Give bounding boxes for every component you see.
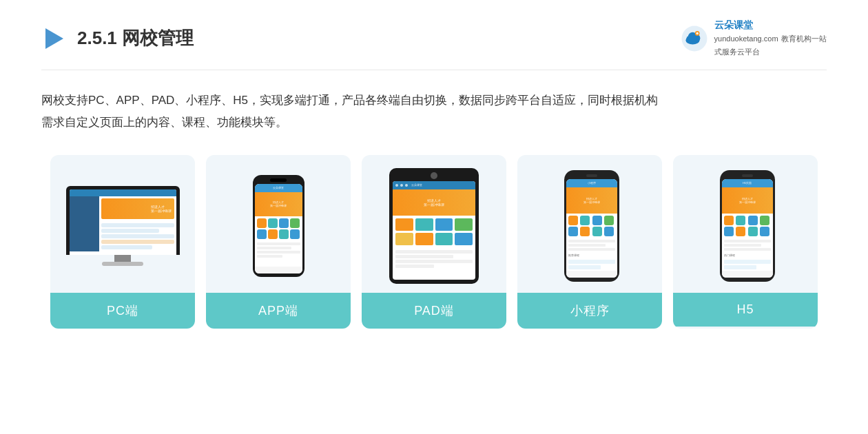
description-block: 网校支持PC、APP、PAD、小程序、H5，实现多端打通，产品各终端自由切换，数… bbox=[41, 70, 827, 148]
card-miniprogram-label: 小程序 bbox=[517, 293, 662, 329]
card-h5-image: H5页面 招进人才第一届冲锋课 bbox=[673, 155, 818, 293]
card-pc: 招进人才第一届冲锋课 bbox=[50, 155, 195, 329]
card-app-label: APP端 bbox=[206, 293, 351, 329]
card-pc-label: PC端 bbox=[50, 293, 195, 329]
card-app: 云朵课堂 招进人才第一届冲锋课 bbox=[206, 155, 351, 329]
app-phone-mockup: 云朵课堂 招进人才第一届冲锋课 bbox=[253, 175, 304, 277]
header: 2.5.1 网校管理 云朵课堂 yunduoketang.com 教育机构一站 bbox=[41, 0, 827, 70]
card-app-image: 云朵课堂 招进人才第一届冲锋课 bbox=[206, 155, 351, 293]
platform-cards: 招进人才第一届冲锋课 bbox=[41, 155, 827, 329]
miniprogram-phone-mockup: 小程序 招进人才第一届冲锋课 bbox=[564, 170, 616, 282]
card-h5: H5页面 招进人才第一届冲锋课 bbox=[673, 155, 818, 329]
card-h5-label: H5 bbox=[673, 293, 818, 327]
card-pad: 云朵课堂 招进人才第一届冲锋课 bbox=[362, 155, 506, 329]
svg-marker-0 bbox=[45, 28, 63, 49]
page-title: 2.5.1 网校管理 bbox=[77, 26, 194, 50]
card-pc-image: 招进人才第一届冲锋课 bbox=[50, 155, 195, 293]
svg-point-7 bbox=[696, 32, 698, 34]
pad-tablet-mockup: 云朵课堂 招进人才第一届冲锋课 bbox=[389, 168, 479, 284]
logo-cloud-icon bbox=[680, 24, 709, 53]
logo-url: yunduoketang.com bbox=[714, 34, 778, 43]
header-left: 2.5.1 网校管理 bbox=[41, 25, 194, 52]
h5-phone-mockup: H5页面 招进人才第一届冲锋课 bbox=[720, 170, 772, 282]
pc-monitor-mockup: 招进人才第一届冲锋课 bbox=[66, 186, 180, 266]
card-pad-label: PAD端 bbox=[362, 293, 506, 329]
card-miniprogram: 小程序 招进人才第一届冲锋课 bbox=[517, 155, 662, 329]
page-container: 2.5.1 网校管理 云朵课堂 yunduoketang.com 教育机构一站 bbox=[0, 0, 868, 434]
card-pad-image: 云朵课堂 招进人才第一届冲锋课 bbox=[362, 155, 506, 293]
brand-logo: 云朵课堂 yunduoketang.com 教育机构一站 式服务云平台 bbox=[680, 19, 827, 57]
description-line2: 需求自定义页面上的内容、课程、功能模块等。 bbox=[41, 112, 827, 134]
section-icon bbox=[41, 25, 68, 52]
description-line1: 网校支持PC、APP、PAD、小程序、H5，实现多端打通，产品各终端自由切换，数… bbox=[41, 90, 827, 112]
card-miniprogram-image: 小程序 招进人才第一届冲锋课 bbox=[517, 155, 662, 293]
logo-text-block: 云朵课堂 yunduoketang.com 教育机构一站 式服务云平台 bbox=[714, 19, 827, 57]
